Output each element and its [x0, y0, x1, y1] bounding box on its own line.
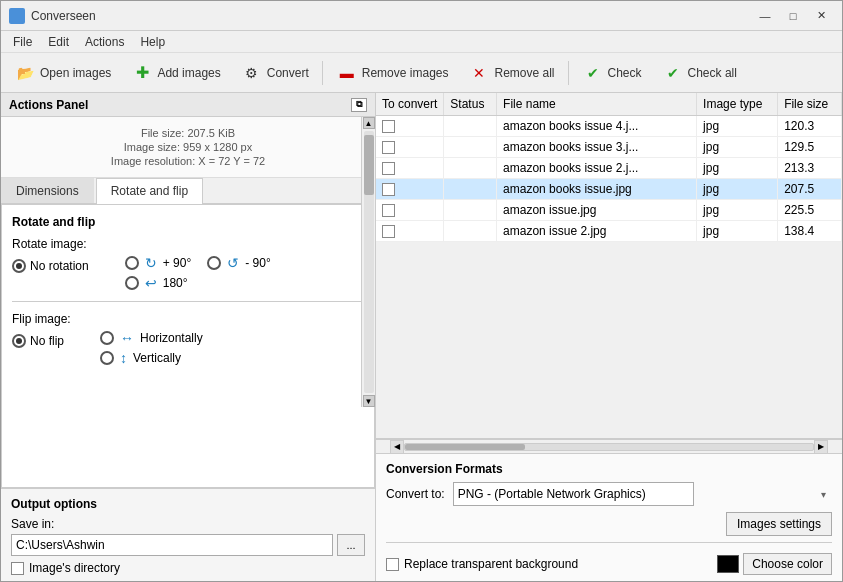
rotate-ccw-icon: ↺	[227, 255, 239, 271]
row-filesize-0: 120.3	[778, 116, 842, 137]
ccw90-label: - 90°	[245, 256, 270, 270]
ccw90-radio[interactable]	[207, 256, 221, 270]
file-info: File size: 207.5 KiB Image size: 959 x 1…	[1, 117, 375, 178]
scrollbar-down-arrow[interactable]: ▼	[363, 395, 375, 407]
browse-button[interactable]: ...	[337, 534, 365, 556]
remove-images-icon: ▬	[336, 62, 358, 84]
conversion-formats-panel: Conversion Formats Convert to: PNG - (Po…	[376, 453, 842, 582]
flip-horizontal-option[interactable]: ↔ Horizontally	[100, 330, 203, 346]
row-checkbox-4[interactable]	[382, 204, 395, 217]
table-row[interactable]: amazon books issue 4.j... jpg 120.3	[376, 116, 842, 137]
row-filesize-4: 225.5	[778, 200, 842, 221]
row-checkbox-3[interactable]	[382, 183, 395, 196]
h-scroll-left-arrow[interactable]: ◀	[390, 440, 404, 454]
r180-label: 180°	[163, 276, 188, 290]
flip-vertical-option[interactable]: ↕ Vertically	[100, 350, 203, 366]
check-all-button[interactable]: ✔ Check all	[653, 57, 746, 89]
save-in-label: Save in:	[11, 517, 365, 531]
toolbar-separator-2	[568, 61, 569, 85]
no-rotation-radio[interactable]	[12, 259, 26, 273]
rotate-cw-icon: ↻	[145, 255, 157, 271]
images-settings-button[interactable]: Images settings	[726, 512, 832, 536]
row-imagetype-1: jpg	[697, 137, 778, 158]
no-rotation-label: No rotation	[30, 259, 89, 273]
row-filename-2: amazon books issue 2.j...	[497, 158, 697, 179]
check-button[interactable]: ✔ Check	[573, 57, 651, 89]
panel-restore-button[interactable]: ⧉	[351, 98, 367, 112]
toolbar: 📂 Open images ✚ Add images ⚙ Convert ▬ R…	[1, 53, 842, 93]
remove-all-label: Remove all	[494, 66, 554, 80]
image-size-info: Image size: 959 x 1280 px	[13, 141, 363, 153]
main-area: Actions Panel ⧉ File size: 207.5 KiB Ima…	[1, 93, 842, 582]
remove-images-button[interactable]: ▬ Remove images	[327, 57, 458, 89]
row-filesize-5: 138.4	[778, 221, 842, 242]
row-status-5	[444, 221, 497, 242]
row-checkbox-5[interactable]	[382, 225, 395, 238]
save-in-row: ...	[11, 534, 365, 556]
add-images-label: Add images	[157, 66, 220, 80]
color-swatch[interactable]	[717, 555, 739, 573]
horizontal-scrollbar[interactable]: ◀ ▶	[376, 439, 842, 453]
toolbar-separator-1	[322, 61, 323, 85]
conversion-formats-title: Conversion Formats	[386, 462, 832, 476]
convert-button[interactable]: ⚙ Convert	[232, 57, 318, 89]
table-row[interactable]: amazon issue 2.jpg jpg 138.4	[376, 221, 842, 242]
minimize-button[interactable]: —	[752, 6, 778, 26]
file-list-area: To convert Status File name Image type F…	[376, 93, 842, 439]
cw90-option[interactable]: ↻ + 90° ↺ - 90°	[125, 255, 271, 271]
remove-all-button[interactable]: ✕ Remove all	[459, 57, 563, 89]
tab-bar: Dimensions Rotate and flip	[1, 178, 375, 204]
open-images-button[interactable]: 📂 Open images	[5, 57, 120, 89]
row-checkbox-1[interactable]	[382, 141, 395, 154]
menu-file[interactable]: File	[5, 33, 40, 51]
row-status-4	[444, 200, 497, 221]
rotate-image-label: Rotate image:	[12, 237, 364, 251]
maximize-button[interactable]: □	[780, 6, 806, 26]
table-row[interactable]: amazon issue.jpg jpg 225.5	[376, 200, 842, 221]
file-table-body: amazon books issue 4.j... jpg 120.3 amaz…	[376, 116, 842, 242]
table-row[interactable]: amazon books issue 3.j... jpg 129.5	[376, 137, 842, 158]
vertically-label: Vertically	[133, 351, 181, 365]
images-directory-checkbox[interactable]	[11, 562, 24, 575]
menu-help[interactable]: Help	[132, 33, 173, 51]
row-imagetype-2: jpg	[697, 158, 778, 179]
bottom-row: Replace transparent background Choose co…	[386, 553, 832, 575]
no-flip-option[interactable]: No flip	[12, 334, 64, 348]
h-scroll-right-arrow[interactable]: ▶	[814, 440, 828, 454]
col-header-image-type: Image type	[697, 93, 778, 116]
no-flip-radio[interactable]	[12, 334, 26, 348]
table-row[interactable]: amazon books issue.jpg jpg 207.5	[376, 179, 842, 200]
row-filename-3: amazon books issue.jpg	[497, 179, 697, 200]
row-status-3	[444, 179, 497, 200]
close-button[interactable]: ✕	[808, 6, 834, 26]
format-select[interactable]: PNG - (Portable Network Graphics)JPEG - …	[453, 482, 694, 506]
menu-edit[interactable]: Edit	[40, 33, 77, 51]
window-controls: — □ ✕	[752, 6, 834, 26]
flip-vertical-radio[interactable]	[100, 351, 114, 365]
replace-transparent-checkbox[interactable]	[386, 558, 399, 571]
col-header-to-convert: To convert	[376, 93, 444, 116]
tab-dimensions[interactable]: Dimensions	[1, 178, 94, 203]
row-filename-0: amazon books issue 4.j...	[497, 116, 697, 137]
table-row[interactable]: amazon books issue 2.j... jpg 213.3	[376, 158, 842, 179]
r180-option[interactable]: ↩ 180°	[125, 275, 271, 291]
remove-all-icon: ✕	[468, 62, 490, 84]
row-checkbox-0[interactable]	[382, 120, 395, 133]
choose-color-button[interactable]: Choose color	[743, 553, 832, 575]
row-checkbox-2[interactable]	[382, 162, 395, 175]
images-directory-row: Image's directory	[11, 561, 365, 575]
panel-scrollbar[interactable]: ▲ ▼	[361, 117, 375, 407]
no-rotation-option[interactable]: No rotation	[12, 259, 89, 273]
output-options: Output options Save in: ... Image's dire…	[1, 488, 375, 582]
tab-rotate-and-flip[interactable]: Rotate and flip	[96, 178, 203, 204]
cw90-radio[interactable]	[125, 256, 139, 270]
add-images-icon: ✚	[131, 62, 153, 84]
r180-radio[interactable]	[125, 276, 139, 290]
h-scroll-track[interactable]	[404, 443, 814, 451]
horizontally-label: Horizontally	[140, 331, 203, 345]
add-images-button[interactable]: ✚ Add images	[122, 57, 229, 89]
scrollbar-up-arrow[interactable]: ▲	[363, 117, 375, 129]
menu-actions[interactable]: Actions	[77, 33, 132, 51]
flip-horizontal-radio[interactable]	[100, 331, 114, 345]
save-in-input[interactable]	[11, 534, 333, 556]
